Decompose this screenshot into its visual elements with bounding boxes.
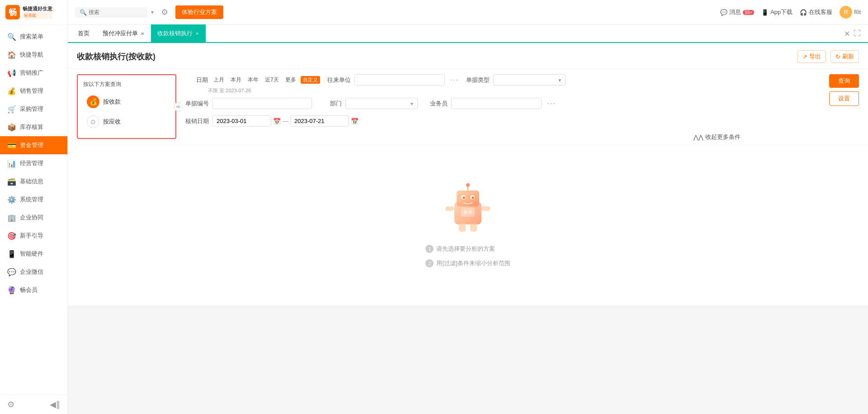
filter-panel-box: 按以下方案查询 💰 按收款 ⊙ 按应收 ≪ [77,74,176,139]
collapse-more-button[interactable]: ⋀⋀ 收起更多条件 [693,133,741,141]
dept-select[interactable] [345,98,418,109]
topbar-left: 🔍 ▾ ⚙ 体验行业方案 [75,5,720,19]
collapse-sidebar-icon[interactable]: ◀‖ [50,400,60,409]
refresh-button[interactable]: ↻ 刷新 [830,50,859,63]
inventory-icon: 📦 [7,123,16,132]
username-label: Rit [854,9,861,15]
search-input[interactable] [89,9,134,15]
sidebar-item-wechat[interactable]: 💬 企业微信 [0,263,67,281]
service-item[interactable]: 🎧 在线客服 [800,8,832,16]
tab-receipt-offset[interactable]: 收款核销执行 ✕ [151,24,206,43]
marketing-icon: 📢 [7,68,16,77]
guide-icon: 🎯 [7,231,16,240]
sidebar-label-wechat: 企业微信 [20,268,43,276]
export-button[interactable]: ↗ 导出 [797,50,826,63]
date-this-month[interactable]: 本月 [229,75,243,85]
message-icon: 💬 [720,9,727,16]
svg-rect-10 [459,224,466,232]
sidebar-label-enterprise: 企业协同 [20,214,43,222]
empty-tip-2: 2 用[过滤]条件来缩小分析范围 [425,257,510,269]
topbar-gear-icon[interactable]: ⚙ [161,7,168,17]
bill-type-field: 单据类型 [466,74,566,86]
writeoff-end-calendar-icon[interactable]: 📅 [351,118,359,125]
sidebar-item-quick-nav[interactable]: 🏠 快捷导航 [0,46,67,64]
sidebar-item-finance[interactable]: 💳 资金管理 [0,136,67,154]
date-last-month[interactable]: 上月 [212,75,226,85]
counterparty-more-icon[interactable]: ··· [450,76,459,84]
writeoff-start-calendar-icon[interactable]: 📅 [273,118,281,125]
tip-text-2: 用[过滤]条件来缩小分析范围 [436,257,510,269]
sidebar-item-hardware[interactable]: 📱 智能硬件 [0,245,67,263]
sales-icon: 💰 [7,86,16,95]
svg-rect-11 [470,224,477,232]
expand-tab-icon[interactable]: ⛶ [854,29,861,38]
bill-type-select[interactable] [493,74,566,86]
sidebar-item-purchase[interactable]: 🛒 采购管理 [0,100,67,118]
svg-point-7 [466,183,470,187]
solution-button[interactable]: 体验行业方案 [175,5,223,19]
staff-more-icon[interactable]: ··· [547,100,556,108]
topbar-dropdown-icon[interactable]: ▾ [151,9,154,15]
basic-info-icon: 🗃️ [7,177,16,186]
filter-row-date: 日期 上月 本月 本年 近7天 更多 自定义 [185,74,822,86]
logo-icon: 畅 [5,5,20,19]
svg-rect-12 [461,208,475,217]
tab-prepay-close[interactable]: ✕ [141,31,144,36]
filter-area: 按以下方案查询 💰 按收款 ⊙ 按应收 ≪ [68,69,868,145]
counterparty-input[interactable] [354,74,445,86]
receipt-option-icon: 💰 [87,95,99,108]
date-this-year[interactable]: 本年 [246,75,260,85]
settings-icon[interactable]: ⚙ [7,400,14,409]
member-icon: 🔮 [7,286,16,295]
filter-option-receipt[interactable]: 💰 按收款 [83,93,170,111]
topbar: 🔍 ▾ ⚙ 体验行业方案 💬 消息 99+ 📱 App下载 🎧 在线客服 R [68,0,868,25]
message-item[interactable]: 💬 消息 99+ [720,8,754,16]
svg-rect-9 [481,206,491,211]
tab-receipt-close[interactable]: ✕ [195,31,199,36]
tab-home[interactable]: 首页 [71,24,96,43]
tabbar-actions: ✕ ⛶ [844,29,864,38]
filter-panel-title: 按以下方案查询 [83,81,170,88]
main-content: 🔍 ▾ ⚙ 体验行业方案 💬 消息 99+ 📱 App下载 🎧 在线客服 R [68,0,868,414]
message-badge: 99+ [743,10,754,15]
staff-input[interactable] [451,98,542,109]
sidebar-item-marketing[interactable]: 📢 营销推广 [0,64,67,82]
search-icon: 🔍 [7,32,16,41]
bill-no-field: 单据编号 [185,98,312,109]
sidebar-item-search[interactable]: 🔍 搜索菜单 [0,28,67,46]
sidebar-item-member[interactable]: 🔮 畅会员 [0,281,67,299]
sidebar-label-finance: 资金管理 [20,141,43,149]
filter-option-receivable[interactable]: ⊙ 按应收 [83,113,170,131]
tab-prepay[interactable]: 预付冲应付单 ✕ [96,24,151,43]
date-custom-badge[interactable]: 自定义 [301,76,320,84]
sidebar-item-management[interactable]: 📊 经营管理 [0,154,67,172]
sidebar-item-guide[interactable]: 🎯 新手引导 [0,227,67,245]
app-label: App下载 [770,8,793,16]
search-box[interactable]: 🔍 [75,7,147,18]
sidebar-item-enterprise[interactable]: 🏢 企业协同 [0,209,67,227]
quick-nav-icon: 🏠 [7,50,16,59]
writeoff-start-input[interactable] [212,115,271,127]
sidebar-label-quick-nav: 快捷导航 [20,51,43,59]
user-avatar[interactable]: R Rit [840,6,861,19]
tab-home-label: 首页 [78,29,90,38]
filter-panel-collapse-button[interactable]: ≪ [174,102,183,111]
writeoff-end-input[interactable] [290,115,349,127]
sidebar-item-system[interactable]: ⚙️ 系统管理 [0,190,67,209]
counterparty-field: 往来单位 ··· [327,74,459,86]
query-button[interactable]: 查询 [829,74,859,88]
svg-point-4 [463,197,465,199]
sidebar-item-sales[interactable]: 💰 销售管理 [0,82,67,100]
bill-no-input[interactable] [212,98,312,109]
date-more[interactable]: 更多 [283,75,298,85]
app-download-item[interactable]: 📱 App下载 [761,8,793,16]
close-tab-icon[interactable]: ✕ [844,29,850,38]
sidebar-label-guide: 新手引导 [20,232,43,240]
page-header: 收款核销执行(按收款) ↗ 导出 ↻ 刷新 [68,43,868,69]
date-7days[interactable]: 近7天 [263,75,281,85]
sidebar-item-basic-info[interactable]: 🗃️ 基础信息 [0,172,67,190]
sidebar-item-inventory[interactable]: 📦 库存核算 [0,118,67,136]
sidebar-label-member: 畅会员 [20,286,38,294]
finance-icon: 💳 [7,141,16,150]
settings-button[interactable]: 设置 [829,91,859,106]
